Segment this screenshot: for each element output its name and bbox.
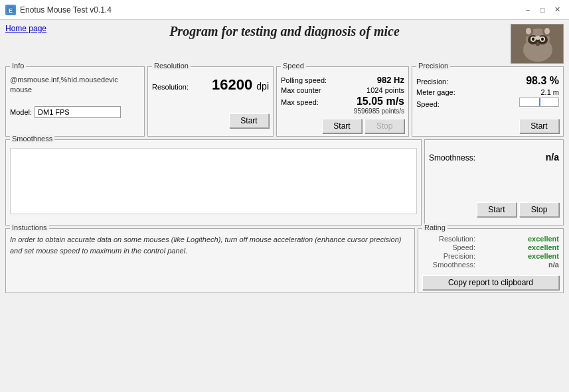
svg-point-14: [541, 38, 544, 41]
minimize-button[interactable]: −: [521, 3, 534, 17]
maximize-button[interactable]: □: [536, 3, 549, 17]
smoothness-label: Smoothness:: [429, 153, 475, 163]
rating-resolution-row: Resolution: excellent: [422, 235, 559, 243]
rating-smoothness-row: Smoothness: n/a: [422, 261, 559, 269]
rating-speed-label: Speed:: [422, 243, 475, 251]
info-panel-title: Info: [10, 62, 26, 70]
rating-smoothness-value: n/a: [548, 261, 559, 269]
svg-point-15: [536, 43, 540, 46]
rating-speed-value: excellent: [528, 243, 559, 251]
info-panel: Info @msmouse.inf,%hid.mousedevic mouse …: [5, 66, 145, 137]
top-panels-row: Info @msmouse.inf,%hid.mousedevic mouse …: [5, 66, 564, 137]
precision-panel-title: Precision: [416, 62, 450, 70]
device-text: @msmouse.inf,%hid.mousedevic mouse: [10, 75, 140, 96]
title-bar-left: E Enotus Mouse Test v0.1.4: [5, 5, 112, 15]
smoothness-start-button[interactable]: Start: [477, 202, 517, 217]
resolution-start-button[interactable]: Start: [229, 113, 269, 128]
speed-stop-button[interactable]: Stop: [365, 119, 404, 133]
rating-precision-label: Precision:: [422, 252, 475, 260]
bottom-row: Instuctions In order to obtain accurate …: [5, 228, 564, 293]
home-link[interactable]: Home page: [5, 24, 46, 33]
max-speed-label: Max speed:: [281, 98, 319, 106]
smoothness-row: Smoothness Smoothness: n/a Start Stop: [5, 139, 564, 226]
polling-label: Polling speed:: [281, 76, 327, 84]
speed-indicator: [519, 98, 559, 107]
app-icon: E: [5, 5, 16, 15]
rating-precision-row: Precision: excellent: [422, 252, 559, 260]
svg-point-16: [534, 36, 541, 40]
resolution-label: Resolution:: [152, 83, 189, 91]
precision-label: Precision:: [416, 78, 448, 86]
speed-bar: [539, 98, 540, 106]
smoothness-stop-button[interactable]: Stop: [519, 202, 559, 217]
max-counter-value: 1024 points: [366, 86, 404, 94]
speed-panel: Speed Polling speed: 982 Hz Max counter …: [276, 66, 409, 137]
rating-resolution-value: excellent: [528, 235, 559, 243]
smoothness-value: n/a: [546, 152, 559, 163]
rating-panel-title: Rating: [422, 224, 447, 231]
meter-label: Meter gage:: [416, 88, 455, 96]
max-speed-sub: 9596985 points/s: [354, 107, 404, 115]
resolution-panel: Resolution Resolution: 16200 dpi Start: [147, 66, 274, 137]
precision-value: 98.3 %: [526, 75, 559, 87]
meter-value: 2.1 m: [540, 88, 559, 96]
close-button[interactable]: ✕: [550, 3, 564, 17]
svg-text:E: E: [9, 7, 13, 14]
instructions-text: In order to obtain accurate data on some…: [10, 234, 410, 256]
window-title: Enotus Mouse Test v0.1.4: [20, 5, 112, 15]
model-input[interactable]: [35, 106, 121, 118]
raccoon-image: [511, 24, 564, 64]
max-counter-label: Max counter: [281, 86, 321, 94]
window-controls: − □ ✕: [521, 3, 564, 17]
max-speed-value: 15.05 m/s: [357, 96, 404, 107]
rating-resolution-label: Resolution:: [422, 235, 475, 243]
svg-point-7: [526, 28, 531, 34]
rating-smoothness-label: Smoothness:: [422, 261, 475, 269]
smoothness-panel-title: Smoothness: [10, 135, 54, 143]
instructions-title: Instuctions: [10, 224, 49, 231]
smoothness-chart: [10, 148, 417, 214]
speed-panel-title: Speed: [281, 62, 306, 70]
instructions-panel: Instuctions In order to obtain accurate …: [5, 228, 415, 293]
title-bar: E Enotus Mouse Test v0.1.4 − □ ✕: [0, 0, 569, 20]
precision-panel: Precision Precision: 98.3 % Meter gage: …: [412, 66, 564, 137]
main-content: Home page Program for testing and diagno…: [0, 20, 569, 297]
model-row: Model:: [10, 106, 140, 118]
polling-value: 982 Hz: [377, 75, 404, 85]
rating-speed-row: Speed: excellent: [422, 243, 559, 251]
speed-start-button[interactable]: Start: [322, 119, 362, 133]
precision-start-button[interactable]: Start: [519, 119, 559, 133]
rating-precision-value: excellent: [528, 252, 559, 260]
resolution-panel-title: Resolution: [152, 62, 191, 70]
model-label: Model:: [10, 108, 32, 116]
rating-panel: Rating Resolution: excellent Speed: exce…: [418, 228, 564, 293]
svg-point-13: [532, 38, 534, 41]
smoothness-right-panel: Smoothness: n/a Start Stop: [424, 139, 564, 226]
resolution-value: 16200 dpi: [212, 76, 269, 94]
smoothness-left-panel: Smoothness: [5, 139, 422, 226]
app-title: Program for testing and diagnosis of mic…: [58, 24, 511, 39]
precision-speed-label: Speed:: [416, 100, 440, 108]
copy-report-button[interactable]: Copy report to clipboard: [422, 275, 559, 290]
svg-point-8: [544, 28, 550, 34]
